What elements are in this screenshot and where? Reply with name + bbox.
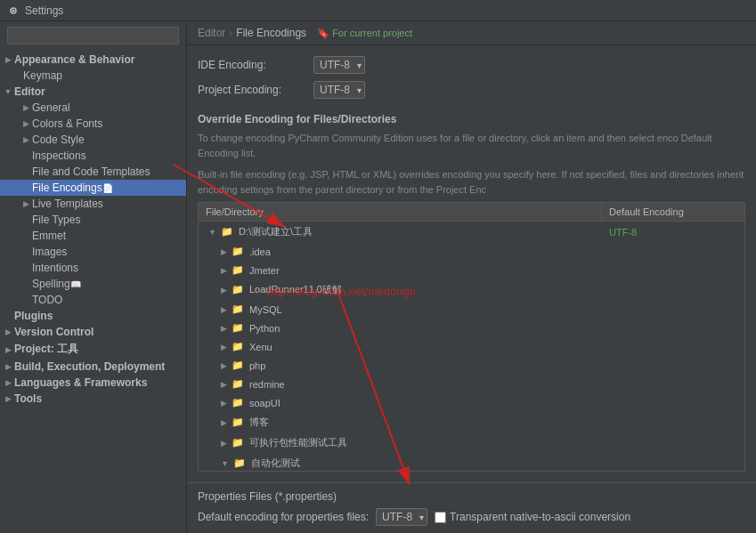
table-cell-encoding <box>602 441 744 445</box>
settings-form: IDE Encoding: UTF-8 Project Encoding: UT… <box>187 45 756 482</box>
project-encoding-label: Project Encoding: <box>198 84 313 96</box>
transparent-checkbox-label[interactable]: Transparent native-to-ascii conversion <box>435 511 630 523</box>
sidebar-label-intentions: Intentions <box>32 262 78 274</box>
row-name: Xenu <box>249 342 272 352</box>
sidebar: ▶Appearance & BehaviorKeymap▼Editor▶Gene… <box>0 21 187 533</box>
table-cell-name: ▶📁可执行包性能测试工具 <box>199 434 602 451</box>
col-default-encoding: Default Encoding <box>602 203 744 221</box>
sidebar-arrow-general: ▶ <box>21 103 30 112</box>
table-row[interactable]: ▶📁Python <box>199 319 744 337</box>
sidebar-item-code-style[interactable]: ▶Code Style <box>0 132 186 148</box>
sidebar-item-emmet[interactable]: Emmet <box>0 228 186 244</box>
table-row[interactable]: ▶📁redmine <box>199 375 744 393</box>
table-row[interactable]: ▼📁D:\测试建立\工具UTF-8 <box>199 222 744 242</box>
table-body[interactable]: ▼📁D:\测试建立\工具UTF-8▶📁.idea▶📁Jmeter▶📁LoadRu… <box>199 222 744 471</box>
table-cell-name: ▶📁LoadRunner11.0破解 <box>199 281 602 298</box>
settings-window: Settings ▶Appearance & BehaviorKeymap▼Ed… <box>0 0 756 533</box>
table-cell-encoding <box>602 250 744 254</box>
sidebar-item-languages-frameworks[interactable]: ▶Languages & Frameworks <box>0 375 186 391</box>
sidebar-item-editor[interactable]: ▼Editor <box>0 84 186 100</box>
search-box[interactable] <box>0 21 186 50</box>
table-row[interactable]: ▶📁soapUI <box>199 393 744 412</box>
row-name: redmine <box>249 379 285 390</box>
row-name: 可执行包性能测试工具 <box>249 436 347 449</box>
table-row[interactable]: ▶📁Jmeter <box>199 261 744 279</box>
sidebar-item-inspections[interactable]: Inspections <box>0 148 186 164</box>
breadcrumb-project-tag: 🔖 For current project <box>317 28 412 39</box>
project-encoding-row: Project Encoding: UTF-8 <box>198 81 745 99</box>
row-arrow: ▶ <box>221 418 227 427</box>
row-name: 自动化测试 <box>251 456 300 470</box>
breadcrumb-current: File Encodings <box>236 27 306 39</box>
table-row[interactable]: ▶📁.idea <box>199 242 744 261</box>
search-input[interactable] <box>7 27 179 44</box>
table-row[interactable]: ▼📁自动化测试 <box>199 453 744 471</box>
folder-icon: 📁 <box>232 397 244 408</box>
file-table: File/Directory Default Encoding ▼📁D:\测试建… <box>198 202 745 472</box>
sidebar-item-intentions[interactable]: Intentions <box>0 260 186 276</box>
sidebar-item-tools[interactable]: ▶Tools <box>0 391 186 407</box>
sidebar-label-tools: Tools <box>14 392 42 405</box>
table-row[interactable]: ▶📁Xenu <box>199 337 744 356</box>
table-row[interactable]: ▶📁php <box>199 356 744 375</box>
sidebar-item-build-execution[interactable]: ▶Build, Execution, Deployment <box>0 359 186 375</box>
row-arrow: ▶ <box>221 286 227 295</box>
table-row[interactable]: ▶📁博客 <box>199 412 744 432</box>
row-arrow: ▶ <box>221 247 227 256</box>
sidebar-item-file-encodings[interactable]: File Encodings 📄 <box>0 180 186 196</box>
sidebar-label-project-tools: Project: 工具 <box>14 342 78 357</box>
override-desc1: To change encoding PyCharm Community Edi… <box>198 131 745 160</box>
table-cell-encoding <box>602 462 744 465</box>
sidebar-item-appearance-behavior[interactable]: ▶Appearance & Behavior <box>0 52 186 68</box>
sidebar-label-inspections: Inspections <box>32 149 86 162</box>
ide-encoding-select[interactable]: UTF-8 <box>313 56 365 74</box>
sidebar-item-plugins[interactable]: Plugins <box>0 308 186 324</box>
folder-icon: 📁 <box>232 416 244 428</box>
table-cell-encoding: UTF-8 <box>602 225 744 239</box>
props-encoding-select-wrapper[interactable]: UTF-8 <box>376 508 427 526</box>
sidebar-item-general[interactable]: ▶General <box>0 100 186 116</box>
folder-icon: 📁 <box>221 226 233 238</box>
sidebar-item-todo[interactable]: TODO <box>0 292 186 308</box>
props-encoding-select[interactable]: UTF-8 <box>376 508 427 526</box>
table-row[interactable]: ▶📁可执行包性能测试工具 <box>199 432 744 453</box>
table-cell-name: ▼📁自动化测试 <box>199 455 602 471</box>
row-arrow: ▶ <box>221 399 227 408</box>
ide-encoding-select-wrapper[interactable]: UTF-8 <box>313 56 365 74</box>
table-cell-name: ▼📁D:\测试建立\工具 <box>199 223 602 240</box>
sidebar-item-version-control[interactable]: ▶Version Control <box>0 324 186 340</box>
table-cell-name: ▶📁Jmeter <box>199 262 602 278</box>
sidebar-label-build-execution: Build, Execution, Deployment <box>14 360 165 373</box>
spelling-icon: 📖 <box>70 279 81 289</box>
table-cell-name: ▶📁.idea <box>199 244 602 259</box>
title-text: Settings <box>25 4 63 17</box>
sidebar-item-file-types[interactable]: File Types <box>0 212 186 228</box>
project-encoding-select[interactable]: UTF-8 <box>313 81 365 99</box>
sidebar-item-live-templates[interactable]: ▶Live Templates <box>0 196 186 212</box>
main-panel: Editor › File Encodings 🔖 For current pr… <box>187 21 756 533</box>
sidebar-label-images: Images <box>32 246 67 258</box>
transparent-checkbox[interactable] <box>435 512 446 523</box>
table-cell-encoding <box>602 345 744 349</box>
sidebar-item-colors-fonts[interactable]: ▶Colors & Fonts <box>0 116 186 132</box>
folder-icon: 📁 <box>232 284 244 295</box>
sidebar-arrow-colors-fonts: ▶ <box>21 119 30 128</box>
sidebar-label-file-encodings: File Encodings <box>32 182 102 194</box>
sidebar-item-spelling[interactable]: Spelling 📖 <box>0 276 186 292</box>
table-cell-encoding <box>602 364 744 367</box>
project-encoding-select-wrapper[interactable]: UTF-8 <box>313 81 365 99</box>
sidebar-arrow-project-tools: ▶ <box>4 345 12 354</box>
table-row[interactable]: ▶📁LoadRunner11.0破解 <box>199 279 744 300</box>
sidebar-arrow-editor: ▼ <box>4 87 12 96</box>
table-row[interactable]: ▶📁MySQL <box>199 300 744 319</box>
sidebar-label-general: General <box>32 101 70 114</box>
sidebar-item-keymap[interactable]: Keymap <box>0 68 186 84</box>
sidebar-item-project-tools[interactable]: ▶Project: 工具 <box>0 340 186 359</box>
sidebar-item-file-code-templates[interactable]: File and Code Templates <box>0 164 186 180</box>
table-cell-name: ▶📁redmine <box>199 376 602 392</box>
row-arrow: ▼ <box>208 228 216 237</box>
table-cell-name: ▶📁Xenu <box>199 339 602 354</box>
sidebar-item-images[interactable]: Images <box>0 244 186 260</box>
row-arrow: ▶ <box>221 343 227 351</box>
table-cell-name: ▶📁Python <box>199 320 602 335</box>
